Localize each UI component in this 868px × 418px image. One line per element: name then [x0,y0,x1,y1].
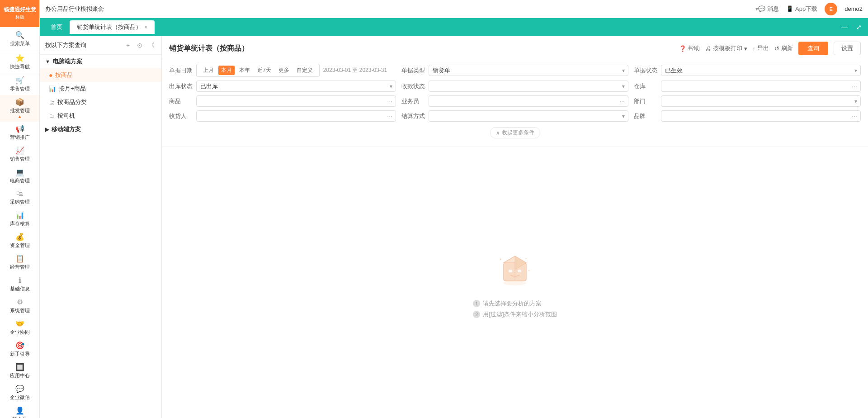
receiver-dots-icon[interactable]: ··· [387,113,392,120]
tip-num-2: 2 [473,311,480,318]
payment-method-input[interactable] [429,110,628,122]
print-dropdown-icon[interactable]: ▾ [744,45,747,52]
filter-row-2: 出库状态 已出库 ▾ 收款状态 ▾ [169,81,861,92]
payment-status-input[interactable] [429,81,628,92]
product-input[interactable] [196,95,396,107]
sidebar-item-inventory[interactable]: 📊 库存核算 [0,208,39,230]
tab-bar-actions: — ⤢ [839,22,864,33]
system-icon: ⚙ [17,298,23,306]
avatar-text: E [830,6,833,12]
sidebar-item-marketing[interactable]: 📢 营销推广 [0,122,39,143]
tree-active-dot: ● [49,71,52,79]
date-7days-btn[interactable]: 近7天 [255,66,274,75]
refresh-button[interactable]: ↺ 刷新 [774,44,793,52]
salesperson-input[interactable] [429,95,628,107]
sidebar-item-retail[interactable]: 🛒 零售管理 [0,73,39,95]
salesperson-dots-icon[interactable]: ··· [619,98,625,105]
sidebar-item-wholesale[interactable]: 📦 批发管理 ▲ [0,95,39,122]
date-this-month-btn[interactable]: 本月 [218,66,235,75]
tab-home[interactable]: 首页 [43,20,70,34]
tree-item-by-product[interactable]: ● 按商品 [40,68,161,82]
tree-item-by-category[interactable]: 🗂 按商品分类 [40,95,161,109]
warehouse-dots-icon[interactable]: ··· [852,83,857,90]
date-more-btn[interactable]: 更多 [276,66,292,75]
sidebar-item-finance[interactable]: 💰 资金管理 [0,230,39,252]
date-custom-btn[interactable]: 自定义 [294,66,316,75]
stock-status-label: 出库状态 [169,82,196,90]
sidebar-guide-label: 新手引导 [10,351,30,357]
add-icon: + [126,42,130,49]
doc-status-select[interactable]: 已生效 [661,65,861,76]
sidebar-item-basic-info[interactable]: ℹ 基础信息 [0,273,39,295]
date-this-year-btn[interactable]: 本年 [236,66,253,75]
doc-type-control: 销货单 ▾ [429,65,628,76]
doc-type-select[interactable]: 销货单 [429,65,628,76]
sidebar-membership-label: 畅会员 [12,416,27,418]
app-download-button[interactable]: 📱 App下载 [786,5,817,13]
membership-icon: 👤 [15,406,24,415]
stock-status-control: 已出库 ▾ [196,81,396,92]
tab-active[interactable]: 销货单统计表（按商品） × [70,20,155,34]
tree-item-month-label: 按月+商品 [59,85,86,93]
collapse-panel-button[interactable]: 《 [147,41,156,50]
query-button[interactable]: 查询 [798,42,828,55]
sidebar-item-membership[interactable]: 👤 畅会员 [0,404,39,418]
empty-tip-1: 1 请先选择要分析的方案 [473,299,557,308]
tab-close-icon[interactable]: × [144,24,147,30]
message-button[interactable]: 💬 消息 [758,5,779,13]
bar-chart-icon: 📊 [49,86,56,92]
setting-button[interactable]: 设置 [834,42,861,55]
receiver-input[interactable] [196,110,396,122]
tree-group-pc[interactable]: ▼ 电脑端方案 [40,55,161,68]
date-last-month-btn[interactable]: 上月 [200,66,217,75]
sidebar-item-sales[interactable]: 📈 销售管理 [0,143,39,165]
warehouse-input[interactable] [661,81,861,92]
page-title: 销货单统计表（按商品） [169,44,679,53]
product-dots-icon[interactable]: ··· [387,98,392,105]
export-button[interactable]: ↑ 导出 [753,44,769,52]
print-button[interactable]: 🖨 按模板打印 ▾ [705,44,747,52]
sidebar-item-enterprise[interactable]: 🤝 企业协同 [0,317,39,338]
sidebar-item-quick-nav[interactable]: ⭐ 快捷导航 [0,51,39,73]
sidebar-item-app-center[interactable]: 🔲 应用中心 [0,360,39,382]
ecommerce-icon: 💻 [15,168,24,176]
sidebar-item-ecommerce[interactable]: 💻 电商管理 [0,165,39,187]
filter-area: 单据日期 上月 本月 本年 近7天 更多 自定义 2023-03-01 至 20… [162,59,868,147]
left-panel: 按以下方案查询 + ⊙ 《 ▼ 电脑端方案 [40,36,162,418]
sidebar-item-search[interactable]: 🔍 搜索菜单 [0,27,39,51]
brand-input[interactable] [661,110,861,122]
sidebar-logo[interactable]: 畅捷通好生意标版 [0,0,40,27]
add-scheme-button[interactable]: + [123,41,132,50]
sidebar-item-purchase[interactable]: 🛍 采购管理 [0,187,39,208]
page-header-actions: ❓ 帮助 🖨 按模板打印 ▾ ↑ 导出 ↺ 刷新 [679,42,861,55]
sidebar-item-system[interactable]: ⚙ 系统管理 [0,295,39,317]
tree-item-by-month-product[interactable]: 📊 按月+商品 [40,82,161,95]
quick-nav-icon: ⭐ [15,54,24,62]
edit-scheme-button[interactable]: ⊙ [135,41,144,50]
app-center-icon: 🔲 [15,363,24,371]
stock-status-select[interactable]: 已出库 [196,81,396,92]
tab-active-label: 销货单统计表（按商品） [77,23,142,31]
tab-minimize-button[interactable]: — [839,22,850,33]
filter-payment-status: 收款状态 ▾ [401,81,628,92]
sidebar-quick-nav-label: 快捷导航 [10,63,30,70]
brand-label: 品牌 [634,112,661,120]
sidebar-item-guide[interactable]: 🎯 新手引导 [0,338,39,360]
sidebar-search-label: 搜索菜单 [10,40,30,47]
tree-item-by-driver[interactable]: 🗂 按司机 [40,109,161,123]
tree-group-mobile[interactable]: ▶ 移动端方案 [40,123,161,136]
sidebar-item-wechat[interactable]: 💬 企业微信 [0,382,39,404]
date-range-text: 2023-03-01 至 2023-03-31 [323,66,387,74]
app-download-label: App下载 [795,5,817,13]
sidebar-item-operations[interactable]: 📋 经营管理 [0,252,39,273]
salesperson-control: ··· [429,95,628,107]
brand-dots-icon[interactable]: ··· [852,113,857,120]
top-header: 办公用品行业模拟账套 ▾ 💬 消息 📱 App下载 E demo2 [40,0,868,18]
collapse-more-label: 收起更多条件 [502,129,534,137]
collapse-more-button[interactable]: ∧ 收起更多条件 [490,127,540,138]
tip-text-1: 请先选择要分析的方案 [483,299,542,308]
tab-maximize-button[interactable]: ⤢ [854,22,864,33]
app-industry-name: 办公用品行业模拟账套 [45,5,755,13]
department-input[interactable] [661,95,861,107]
help-button[interactable]: ❓ 帮助 [679,44,700,52]
